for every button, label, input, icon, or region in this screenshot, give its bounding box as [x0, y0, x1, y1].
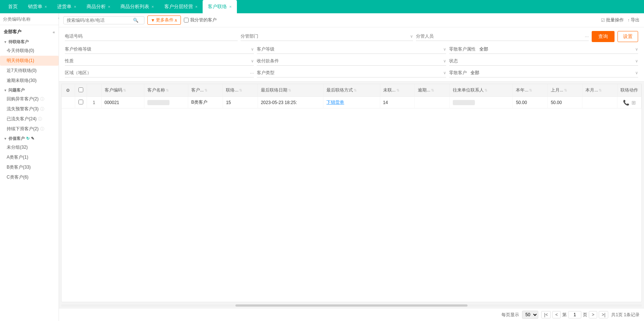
- sidebar-all-customers[interactable]: 全部客户 «: [0, 27, 59, 37]
- my-customers-checkbox[interactable]: [184, 18, 189, 23]
- last-page-button[interactable]: >|: [599, 311, 608, 318]
- sort-icon[interactable]: ⇅: [239, 88, 242, 92]
- page-label: 第: [562, 312, 567, 318]
- sort-icon[interactable]: ⇅: [166, 88, 169, 92]
- close-icon[interactable]: ×: [108, 4, 110, 9]
- th-gear[interactable]: ⚙: [62, 84, 75, 97]
- td-check[interactable]: [75, 97, 87, 108]
- nav-sales-order[interactable]: 销货单 ×: [23, 0, 52, 13]
- sidebar-value-section: 价值客户 ↻ ✎: [0, 134, 59, 142]
- sort-icon[interactable]: ⇅: [396, 88, 399, 92]
- export-button[interactable]: 导出: [627, 17, 640, 23]
- th-this-month: 本月...⇅: [582, 84, 617, 97]
- sidebar: 🔍 全部客户 « 待联络客户 今天待联络(0) 明天待联络(1) 近7天待联络(…: [0, 13, 59, 321]
- nav-product-analysis[interactable]: 商品分析 ×: [81, 0, 115, 13]
- info-icon: ⓘ: [40, 126, 44, 132]
- grid-action-icon[interactable]: ⊞: [631, 100, 636, 106]
- sidebar-item-7days-pending[interactable]: 近7天待联络(0): [0, 66, 59, 76]
- ellipsis-icon[interactable]: ···: [250, 70, 254, 76]
- sort-icon[interactable]: ⇅: [529, 88, 532, 92]
- my-customers-toggle[interactable]: 我分管的客户: [184, 17, 217, 23]
- th-company-contacts: 往来单位联系人⇅: [449, 84, 513, 97]
- status-field: 状态 ∨: [449, 57, 638, 66]
- sidebar-item-churned[interactable]: 已流失客户(24) ⓘ: [0, 114, 59, 124]
- chevron-down-icon: ∨: [443, 59, 446, 63]
- prev-page-button[interactable]: <: [552, 311, 561, 318]
- sort-icon[interactable]: ⇅: [484, 88, 487, 92]
- td-last-month: 50.00: [547, 97, 582, 108]
- td-last-contact-method[interactable]: 下销货单: [323, 97, 380, 108]
- sidebar-item-a-class[interactable]: A类客户(1): [0, 152, 59, 162]
- pagination: |< < 第 页 > >|: [541, 311, 608, 318]
- sort-icon[interactable]: ⇅: [599, 88, 602, 92]
- nav-customer-contact[interactable]: 客户联络 ×: [203, 0, 237, 13]
- scrollbar-thumb[interactable]: [235, 304, 468, 307]
- sidebar-item-ungrouped[interactable]: 未分组(32): [0, 142, 59, 152]
- close-icon[interactable]: ×: [74, 4, 76, 9]
- retail-customer-field: 零散客户 全部 ∨: [449, 69, 638, 77]
- close-icon[interactable]: ×: [45, 4, 47, 9]
- close-icon[interactable]: ×: [229, 4, 231, 9]
- sidebar-item-overdue-pending[interactable]: 逾期未联络(30): [0, 76, 59, 86]
- action-icons: 📞 ⊞: [620, 100, 638, 106]
- td-code: 000021: [101, 97, 144, 108]
- th-no-contact: 未联...⇅: [380, 84, 415, 97]
- nav-purchase-order[interactable]: 进货单 ×: [52, 0, 81, 13]
- sort-icon[interactable]: ⇅: [288, 88, 291, 92]
- th-name: 客户名称⇅: [144, 84, 188, 97]
- phone-action-icon[interactable]: 📞: [623, 100, 629, 106]
- nav-customer-tier[interactable]: 客户分层经营 ×: [159, 0, 203, 13]
- horizontal-scrollbar[interactable]: [61, 304, 642, 307]
- sidebar-search-input[interactable]: [3, 17, 58, 22]
- chevron-down-icon: ∨: [635, 70, 638, 75]
- set-button[interactable]: 设置: [617, 31, 638, 42]
- manager-field: 分管人员 ···: [416, 32, 589, 41]
- table-row: 1 000021 B类客户 15 2023-05-23 18:25: 下销货单 …: [62, 97, 641, 108]
- sort-icon[interactable]: ⇅: [204, 88, 207, 92]
- refresh-icon[interactable]: ↻: [26, 136, 29, 141]
- th-last-contact-date: 最后联络日期⇅: [258, 84, 323, 97]
- nav-home[interactable]: 首页: [3, 0, 23, 13]
- more-conditions-button[interactable]: ▼ 更多条件 ∧: [147, 15, 181, 25]
- query-button[interactable]: 查询: [592, 31, 615, 42]
- filter-row-2: 客户价格等级 ∨ 客户等级 ∨ 零散客户属性 全部 ∨: [65, 45, 638, 54]
- th-check[interactable]: [75, 84, 87, 97]
- page-size-select[interactable]: 50: [522, 311, 538, 319]
- next-page-button[interactable]: >: [589, 311, 597, 318]
- chevron-down-icon: ∨: [410, 34, 413, 39]
- page-size-label: 每页显示: [501, 312, 519, 318]
- sidebar-item-today-pending[interactable]: 今天待联络(0): [0, 46, 59, 56]
- row-checkbox[interactable]: [78, 100, 83, 104]
- close-icon[interactable]: ×: [195, 4, 197, 9]
- nav-product-analysis-list[interactable]: 商品分析列表 ×: [115, 0, 159, 13]
- td-overdue: [415, 97, 450, 108]
- sidebar-item-churn-warning[interactable]: 流失预警客户(3) ⓘ: [0, 104, 59, 114]
- search-icon[interactable]: 🔍: [133, 18, 139, 23]
- edit-icon[interactable]: ✎: [31, 136, 34, 141]
- ellipsis-icon[interactable]: ···: [585, 34, 589, 39]
- sidebar-item-tomorrow-pending[interactable]: 明天待联络(1): [0, 56, 59, 66]
- sidebar-item-b-class[interactable]: B类客户(33): [0, 162, 59, 172]
- sort-icon[interactable]: ⇅: [123, 88, 126, 92]
- close-icon[interactable]: ×: [151, 4, 154, 9]
- batch-op-button[interactable]: 批量操作: [601, 17, 624, 23]
- customers-table: ⚙ 客户编码⇅ 客户名称⇅ 客户...⇅ 联络...⇅ 最后联络日期⇅ 最后联络…: [62, 84, 641, 108]
- sidebar-pending-section: 待联络客户: [0, 37, 59, 46]
- sidebar-item-c-class[interactable]: C类客户(6): [0, 172, 59, 182]
- sort-icon[interactable]: ⇅: [431, 88, 434, 92]
- page-number-input[interactable]: [568, 311, 581, 318]
- sort-icon[interactable]: ⇅: [564, 88, 567, 92]
- search-input[interactable]: [67, 18, 133, 23]
- sidebar-item-abnormal[interactable]: 回购异常客户(2) ⓘ: [0, 94, 59, 104]
- sidebar-body: 全部客户 « 待联络客户 今天待联络(0) 明天待联络(1) 近7天待联络(0)…: [0, 25, 59, 321]
- th-code: 客户编码⇅: [101, 84, 144, 97]
- select-all-checkbox[interactable]: [78, 87, 83, 92]
- table-header-row: ⚙ 客户编码⇅ 客户名称⇅ 客户...⇅ 联络...⇅ 最后联络日期⇅ 最后联络…: [62, 84, 641, 97]
- sidebar-search-bar: 🔍: [0, 13, 59, 25]
- filter-row-1: 电话号码 分管部门 ∨ 分管人员 ··· 查询 设置: [65, 31, 638, 42]
- sidebar-item-declining[interactable]: 持续下滑客户(2) ⓘ: [0, 124, 59, 134]
- sort-icon[interactable]: ⇅: [354, 88, 357, 92]
- first-page-button[interactable]: |<: [541, 311, 551, 318]
- td-num: 1: [87, 97, 101, 108]
- filter-row-3: 性质 ∨ 收付款条件 ∨ 状态 ∨: [65, 57, 638, 66]
